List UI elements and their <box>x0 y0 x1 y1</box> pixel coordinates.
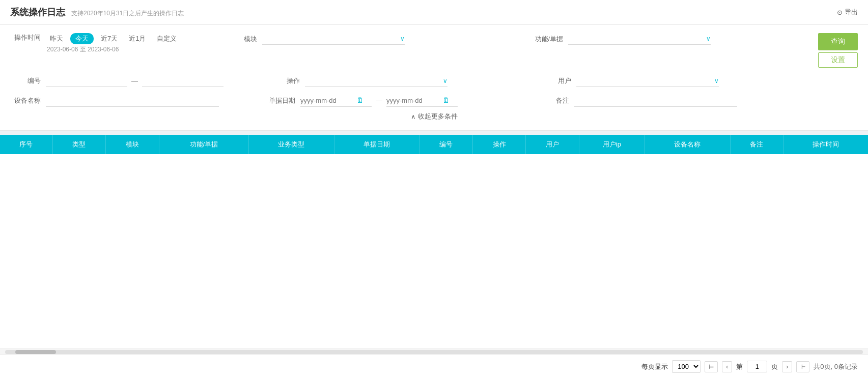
module-select[interactable]: ∨ <box>262 33 405 45</box>
page-unit: 页 <box>771 362 778 371</box>
code-label: 编号 <box>10 76 46 85</box>
scroll-thumb[interactable] <box>15 350 56 354</box>
remark-filter-group: 备注 <box>534 95 777 107</box>
query-button[interactable]: 查询 <box>818 33 858 50</box>
settings-button[interactable]: 设置 <box>818 52 858 68</box>
col-user-ip: 用户ip <box>579 135 645 154</box>
device-label: 设备名称 <box>10 96 46 105</box>
code-filter-group: 编号 — <box>10 75 223 87</box>
col-type: 类型 <box>52 135 105 154</box>
time-btn-1month[interactable]: 近1月 <box>125 33 150 44</box>
function-select[interactable]: ∨ <box>568 33 711 45</box>
user-select[interactable]: ∨ <box>576 75 719 87</box>
collapse-icon: ∧ <box>411 113 416 121</box>
time-btn-7days[interactable]: 近7天 <box>97 33 122 44</box>
page-header: 系统操作日志 支持2020年10月31日之后产生的操作日志 ⊙ 导出 <box>0 0 868 25</box>
user-filter-group: 用户 ∨ <box>536 75 776 87</box>
filter-area: 操作时间 昨天 今天 近7天 近1月 自定义 2023-06-06 至 2023… <box>0 25 868 131</box>
col-biz-type: 业务类型 <box>249 135 334 154</box>
col-op-time: 操作时间 <box>783 135 868 154</box>
per-page-label: 每页显示 <box>641 362 668 371</box>
operation-chevron-icon: ∨ <box>443 77 447 84</box>
function-chevron-icon: ∨ <box>706 35 711 42</box>
calendar-start-icon[interactable]: 🗓 <box>356 96 363 104</box>
device-input[interactable] <box>46 95 219 107</box>
table-wrapper: 序号 类型 模块 功能/单据 业务类型 单据日期 编号 操作 用户 用户ip 设… <box>0 135 868 348</box>
col-operation: 操作 <box>472 135 525 154</box>
last-page-button[interactable]: ⊩ <box>796 361 809 372</box>
prev-page-button[interactable]: ‹ <box>722 361 732 372</box>
code-input-end[interactable] <box>142 75 223 87</box>
export-button[interactable]: ⊙ 导出 <box>837 8 858 17</box>
date-start-wrap: 🗓 <box>300 94 372 107</box>
col-remark: 备注 <box>730 135 783 154</box>
time-buttons: 昨天 今天 近7天 近1月 自定义 <box>46 33 181 44</box>
page-label: 第 <box>736 362 743 371</box>
function-label: 功能/单据 <box>527 35 568 44</box>
first-page-button[interactable]: ⊨ <box>705 361 718 372</box>
export-label: 导出 <box>845 8 858 17</box>
remark-label: 备注 <box>534 96 574 105</box>
collapse-button[interactable]: ∧ 收起更多条件 <box>411 112 458 121</box>
time-btn-custom[interactable]: 自定义 <box>153 33 181 44</box>
page-wrapper: 系统操作日志 支持2020年10月31日之后产生的操作日志 ⊙ 导出 操作时间 … <box>0 0 868 378</box>
remark-input[interactable] <box>574 95 737 107</box>
operation-label: 操作 <box>264 76 305 85</box>
page-subtitle: 支持2020年10月31日之后产生的操作日志 <box>71 9 184 18</box>
pagination: 每页显示 100 50 200 ⊨ ‹ 第 页 › ⊩ 共0页, 0条记录 <box>0 355 868 378</box>
col-code: 编号 <box>419 135 472 154</box>
action-buttons: 查询 设置 <box>818 33 858 68</box>
code-input-start[interactable] <box>46 75 127 87</box>
date-end-wrap: 🗓 <box>386 94 458 107</box>
code-dash: — <box>131 77 138 85</box>
time-filter: 昨天 今天 近7天 近1月 自定义 2023-06-06 至 2023-06-0… <box>46 33 181 54</box>
time-range-display: 2023-06-06 至 2023-06-06 <box>47 45 181 54</box>
next-page-button[interactable]: › <box>782 361 792 372</box>
module-label: 模块 <box>221 35 262 44</box>
table-header: 序号 类型 模块 功能/单据 业务类型 单据日期 编号 操作 用户 用户ip 设… <box>0 135 868 154</box>
user-label: 用户 <box>536 76 576 85</box>
date-end-input[interactable] <box>386 97 442 104</box>
table-header-row: 序号 类型 模块 功能/单据 业务类型 单据日期 编号 操作 用户 用户ip 设… <box>0 135 868 154</box>
module-filter-group: 模块 ∨ <box>221 33 497 45</box>
col-module: 模块 <box>106 135 159 154</box>
page-title: 系统操作日志 <box>10 6 65 18</box>
time-label: 操作时间 <box>10 33 46 42</box>
col-function: 功能/单据 <box>159 135 248 154</box>
module-chevron-icon: ∨ <box>400 35 405 42</box>
voucher-date-label: 单据日期 <box>260 96 300 105</box>
operation-select[interactable]: ∨ <box>305 75 447 87</box>
collapse-row: ∧ 收起更多条件 <box>10 109 858 122</box>
voucher-date-filter-group: 单据日期 🗓 — 🗓 <box>260 94 503 107</box>
time-filter-group: 操作时间 昨天 今天 近7天 近1月 自定义 2023-06-06 至 2023… <box>10 33 181 54</box>
header-left: 系统操作日志 支持2020年10月31日之后产生的操作日志 <box>10 6 184 18</box>
date-dash: — <box>376 97 382 104</box>
current-page-input[interactable] <box>747 361 767 372</box>
scroll-track <box>5 350 863 354</box>
data-table: 序号 类型 模块 功能/单据 业务类型 单据日期 编号 操作 用户 用户ip 设… <box>0 135 868 154</box>
col-device: 设备名称 <box>645 135 730 154</box>
function-filter-group: 功能/单据 ∨ <box>527 33 803 45</box>
per-page-select[interactable]: 100 50 200 <box>672 360 701 373</box>
export-icon: ⊙ <box>837 9 843 16</box>
device-filter-group: 设备名称 <box>10 95 219 107</box>
date-start-input[interactable] <box>300 97 356 104</box>
calendar-end-icon[interactable]: 🗓 <box>442 96 450 104</box>
time-btn-yesterday[interactable]: 昨天 <box>46 33 67 44</box>
time-btn-today[interactable]: 今天 <box>70 33 94 44</box>
col-user: 用户 <box>526 135 579 154</box>
scroll-bar-area <box>0 348 868 355</box>
total-info: 共0页, 0条记录 <box>814 362 858 371</box>
operation-filter-group: 操作 ∨ <box>264 75 505 87</box>
collapse-label: 收起更多条件 <box>418 112 458 121</box>
user-chevron-icon: ∨ <box>714 77 719 84</box>
col-voucher-date: 单据日期 <box>334 135 419 154</box>
col-index: 序号 <box>0 135 52 154</box>
